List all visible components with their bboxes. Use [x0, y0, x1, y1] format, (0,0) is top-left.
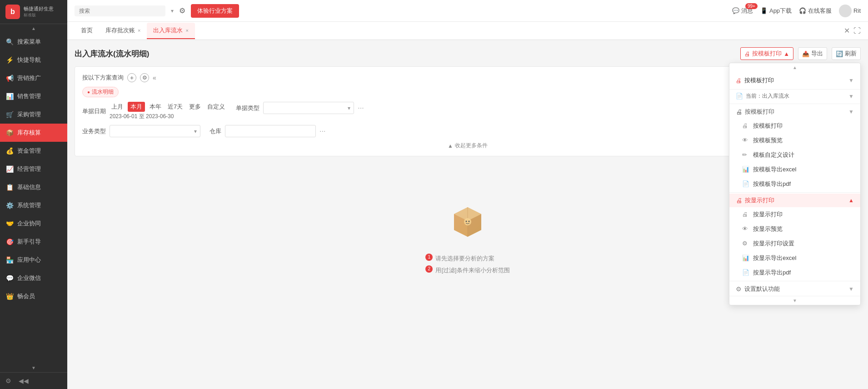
sidebar-item-quicknav[interactable]: ⚡ 快捷导航 [0, 51, 67, 69]
sidebar-bottom: ⚙ ◀◀ [0, 372, 67, 389]
defaults-section-collapse-icon[interactable]: ▼ [848, 286, 854, 292]
filter-doctype-more[interactable]: ··· [358, 104, 364, 112]
sidebar-item-system[interactable]: ⚙️ 系统管理 [0, 196, 67, 214]
filter-warehouse-input[interactable] [225, 125, 316, 137]
sidebar-item-vip[interactable]: 👑 畅会员 [0, 287, 67, 305]
sidebar-item-search[interactable]: 🔍 搜索菜单 [0, 33, 67, 51]
sidebar-nav: 🔍 搜索菜单 ⚡ 快捷导航 📢 营销推广 📊 销售管理 🛒 采购管理 📦 库存核… [0, 33, 67, 364]
dropdown-item-display-pdf[interactable]: 📄 按显示导出pdf [729, 265, 860, 280]
filter-settings-button[interactable]: ⚙ [140, 73, 149, 82]
dropdown-section-display[interactable]: 🖨 按显示打印 ▲ [729, 194, 860, 207]
sidebar-item-appstore[interactable]: 🏪 应用中心 [0, 251, 67, 269]
filter-collapse-icon[interactable]: « [153, 74, 156, 81]
topbar-gear-icon[interactable]: ⚙ [179, 6, 185, 15]
page-actions: 🖨 按模板打印 ▲ 📤 导出 🔄 刷新 [740, 47, 861, 60]
dropdown-item-display-print[interactable]: 🖨 按显示打印 [729, 207, 860, 222]
refresh-button[interactable]: 🔄 刷新 [832, 47, 861, 60]
date-opt-7days[interactable]: 近7天 [166, 102, 185, 112]
sidebar-item-sales[interactable]: 📊 销售管理 [0, 87, 67, 105]
print-button[interactable]: 🖨 按模板打印 ▲ [740, 47, 793, 60]
dropdown-current-icon: 📄 [736, 93, 743, 100]
operation-icon: 📈 [5, 165, 14, 173]
wechat-icon: 💬 [5, 274, 14, 282]
sidebar-item-wechat[interactable]: 💬 企业微信 [0, 269, 67, 287]
filter-doctype-select[interactable] [263, 102, 354, 114]
empty-steps: 1 请先选择要分析的方案 2 用[过滤]条件来缩小分析范围 [425, 253, 509, 276]
topbar-search-input[interactable] [75, 5, 165, 16]
window-close-icon[interactable]: ✕ [844, 26, 850, 35]
dropdown-item-display-settings[interactable]: ⚙ 按显示打印设置 [729, 236, 860, 251]
filter-biztype-select[interactable] [110, 125, 200, 137]
system-icon: ⚙️ [5, 201, 14, 209]
date-opt-more[interactable]: 更多 [187, 102, 203, 112]
topbar-messages[interactable]: 💬 消息 99+ [732, 7, 753, 15]
logo-icon: b [5, 5, 20, 19]
sidebar-item-enterprise[interactable]: 🤝 企业协同 [0, 214, 67, 233]
dropdown-scroll-down[interactable]: ▼ [729, 296, 860, 305]
dropdown-section-defaults[interactable]: ⚙ 设置默认功能 ▼ [729, 282, 860, 296]
filter-biztype-wrap [110, 125, 200, 137]
sidebar-item-finance[interactable]: 💰 资金管理 [0, 142, 67, 160]
tab-home[interactable]: 首页 [75, 23, 99, 39]
sidebar-settings-btn[interactable]: ⚙ [5, 377, 11, 384]
appstore-icon: 🏪 [5, 256, 14, 264]
tab-flow-close[interactable]: × [185, 28, 188, 33]
tab-batch[interactable]: 库存批次账 × [99, 23, 147, 39]
sidebar-item-marketing[interactable]: 📢 营销推广 [0, 69, 67, 87]
dropdown-item-template-customize[interactable]: ✏ 模板自定义设计 [729, 148, 860, 162]
topbar-right-actions: 💬 消息 99+ 📱 App下载 🎧 在线客服 Rit [732, 5, 861, 17]
topbar-chevron-icon[interactable]: ▾ [171, 8, 174, 14]
marketing-icon: 📢 [5, 74, 14, 82]
dropdown-scroll-up[interactable]: ▲ [729, 63, 860, 72]
dropdown-item-template-pdf[interactable]: 📄 按模板导出pdf [729, 177, 860, 191]
tab-flow[interactable]: 出入库流水 × [147, 23, 195, 39]
date-opt-last-month[interactable]: 上月 [110, 102, 125, 112]
sidebar-scroll-down[interactable]: ▼ [0, 364, 67, 372]
topbar-user[interactable]: Rit [839, 5, 861, 17]
sidebar-scroll-up[interactable]: ▲ [0, 24, 67, 33]
tab-home-label: 首页 [81, 26, 93, 35]
filter-warehouse-more[interactable]: ··· [319, 127, 325, 135]
sidebar-item-guide[interactable]: 🎯 新手引导 [0, 233, 67, 251]
template-print-icon: 🖨 [736, 108, 742, 115]
dropdown-item-template-excel[interactable]: 📊 按模板导出excel [729, 162, 860, 177]
sidebar-item-purchase[interactable]: 🛒 采购管理 [0, 105, 67, 124]
window-maximize-icon[interactable]: ⛶ [853, 27, 861, 35]
date-opt-custom[interactable]: 自定义 [205, 102, 227, 112]
dropdown-divider-1 [729, 104, 860, 104]
sidebar-item-label: 库存核算 [17, 129, 41, 137]
dropdown-current-arrow[interactable]: ▼ [848, 93, 854, 100]
filter-date-item: 单据日期 上月 本月 本年 近7天 更多 自定义 2023-06-01 至 20… [82, 102, 227, 120]
dropdown-item-template-preview[interactable]: 👁 按模板预览 [729, 133, 860, 148]
logo-badge: 标准版 [24, 12, 54, 18]
display-section-collapse-icon[interactable]: ▲ [848, 197, 854, 204]
sidebar-item-label: 企业微信 [17, 274, 41, 282]
sidebar-collapse-btn[interactable]: ◀◀ [19, 377, 29, 384]
dropdown-item-display-preview[interactable]: 👁 按显示预览 [729, 222, 860, 236]
topbar-online-service[interactable]: 🎧 在线客服 [799, 7, 832, 15]
filter-tag-active[interactable]: ● 流水明细 [82, 87, 119, 97]
dropdown-item-template-print[interactable]: 🖨 按模板打印 [729, 119, 860, 133]
filter-biztype-label: 业务类型 [82, 127, 106, 135]
sidebar-item-inventory[interactable]: 📦 库存核算 [0, 124, 67, 142]
topbar-trial-button[interactable]: 体验行业方案 [191, 4, 239, 18]
template-section-collapse-icon[interactable]: ▼ [848, 109, 854, 115]
dropdown-title-text: 按模板打印 [744, 76, 774, 85]
date-opt-this-year[interactable]: 本年 [148, 102, 163, 112]
date-opt-this-month[interactable]: 本月 [128, 102, 145, 112]
filter-add-button[interactable]: + [127, 73, 136, 82]
dropdown-arrow-icon[interactable]: ▼ [848, 77, 854, 84]
dropdown-divider-2 [729, 192, 860, 193]
filter-collapse-link[interactable]: ▲ 收起更多条件 [448, 142, 488, 150]
sidebar-item-basic[interactable]: 📋 基础信息 [0, 178, 67, 196]
export-button[interactable]: 📤 导出 [798, 47, 827, 60]
topbar-app-download[interactable]: 📱 App下载 [760, 7, 792, 15]
dropdown-panel: ▲ 🖨 按模板打印 ▼ 📄 当前：出入库流水 ▼ 🖨 [729, 63, 861, 305]
main-area: ▾ ⚙ 体验行业方案 💬 消息 99+ 📱 App下载 🎧 在线客服 Rit [67, 0, 868, 389]
dropdown-item-display-excel[interactable]: 📊 按显示导出excel [729, 251, 860, 265]
sidebar-item-operation[interactable]: 📈 经营管理 [0, 160, 67, 178]
tab-batch-close[interactable]: × [138, 28, 140, 33]
dropdown-section-template[interactable]: 🖨 按模板打印 ▼ [729, 105, 860, 119]
inventory-icon: 📦 [5, 129, 14, 137]
dropdown-current-label: 当前：出入库流水 [746, 92, 789, 100]
